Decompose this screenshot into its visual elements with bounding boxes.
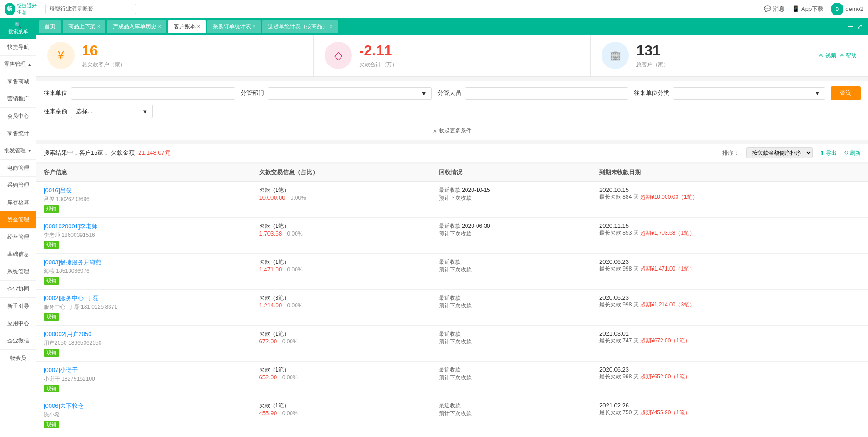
filter-select-balance[interactable]: 选择... ▼ xyxy=(71,105,153,118)
sidebar-item-huiyuan[interactable]: 会员中心 xyxy=(0,108,36,125)
tab-close-kehu[interactable]: × xyxy=(197,24,200,29)
sidebar-item-pifa[interactable]: 批发管理 ▼ xyxy=(0,142,36,160)
tab-maximize-button[interactable]: ⤢ xyxy=(857,22,863,31)
recovery-cell-2: 最近收款 预计下次收款 xyxy=(431,254,592,290)
customer-name-6[interactable]: [0006]去下粮仓 xyxy=(44,402,245,410)
tab-close-chanpin[interactable]: × xyxy=(158,24,161,29)
filter-input-unit[interactable]: ... xyxy=(71,87,235,100)
overdue-link-3[interactable]: 超期¥1,214.00（3笔） xyxy=(640,301,695,308)
refresh-icon: ↻ xyxy=(844,150,848,156)
debt-amount-2[interactable]: 1,471.00 xyxy=(259,266,282,273)
sidebar-item-lingshous[interactable]: 零售商城 xyxy=(0,73,36,90)
refresh-button[interactable]: ↻ 刷新 xyxy=(844,149,861,157)
tab-close-jinhuo[interactable]: × xyxy=(330,24,332,29)
sidebar-search[interactable]: 🔍 搜索菜单 xyxy=(0,18,36,39)
sidebar-item-changhuiyuan[interactable]: 畅会员 xyxy=(0,350,36,367)
message-button[interactable]: 💬 消息 xyxy=(764,5,785,13)
customer-name-3[interactable]: [0002]服务中心_丁磊 xyxy=(44,294,245,302)
customer-name-0[interactable]: [0016]吕俊 xyxy=(44,186,245,195)
company-selector[interactable]: 母婴行业演示账套 xyxy=(45,4,136,14)
due-date-cell-5: 2020.06.23 最长欠款 998 天 超期¥652.00（1笔） xyxy=(592,362,868,397)
sidebar-item-lingshoutj[interactable]: 零售统计 xyxy=(0,125,36,142)
due-date-cell-0: 2020.10.15 最长欠款 884 天 超期¥10,000.00（1笔） xyxy=(592,181,868,218)
stat-label-debt-amount: 欠款合计（万） xyxy=(359,61,397,69)
help-button[interactable]: ⊙ 帮助 xyxy=(840,52,857,60)
app-download-button[interactable]: 📱 App下载 xyxy=(792,5,823,13)
sidebar-item-caigou[interactable]: 采购管理 xyxy=(0,177,36,194)
th-debt-info: 欠款交易信息（占比） xyxy=(252,164,431,181)
recovery-cell-4: 最近收款 预计下次收款 xyxy=(431,326,592,362)
video-button[interactable]: ⊙ 视频 xyxy=(819,52,836,60)
tab-shangpin[interactable]: 商品上下架 × xyxy=(63,20,105,33)
tab-kehu[interactable]: 客户账本 × xyxy=(168,20,206,33)
sidebar-item-qiye[interactable]: 企业协同 xyxy=(0,281,36,298)
sidebar-item-jichu[interactable]: 基础信息 xyxy=(0,246,36,263)
customer-name-1[interactable]: [0001020001]李老师 xyxy=(44,222,245,231)
sidebar-item-xitong[interactable]: 系统管理 xyxy=(0,263,36,281)
search-button[interactable]: 查询 xyxy=(831,86,861,100)
debt-amount-4[interactable]: 672.00 xyxy=(259,338,277,345)
customer-name-5[interactable]: [0007]小迸干 xyxy=(44,366,245,374)
overdue-link-6[interactable]: 超期¥455.90（1笔） xyxy=(640,409,690,416)
sidebar-item-dianshang[interactable]: 电商管理 xyxy=(0,160,36,177)
debt-label-0: 欠款（1笔） xyxy=(259,186,424,194)
overdue-days-4: 最长欠款 747 天 超期¥672.00（1笔） xyxy=(599,337,861,345)
debt-pct-1: 0.00% xyxy=(287,231,303,237)
sidebar-item-kuaijie[interactable]: 快捷导航 xyxy=(0,39,36,56)
overdue-link-5[interactable]: 超期¥652.00（1笔） xyxy=(640,373,690,380)
sidebar-item-yingyong[interactable]: 应用中心 xyxy=(0,315,36,332)
customer-info-cell-2: [0003]畅捷服务尹海燕 海燕 18513066976 现销 xyxy=(36,254,252,290)
debt-amount-5[interactable]: 652.00 xyxy=(259,374,277,381)
tab-jinhuo[interactable]: 进货单统计表（按商品） × xyxy=(262,20,338,33)
filter-label-unit: 往来单位 xyxy=(44,89,67,97)
customer-name-2[interactable]: [0003]畅捷服务尹海燕 xyxy=(44,258,245,266)
sidebar-item-zijin[interactable]: 资金管理 xyxy=(0,211,36,229)
sort-select[interactable]: 按欠款金额倒序排序 xyxy=(746,147,813,158)
debt-info-cell-0: 欠款（1笔） 10,000.00 0.00% xyxy=(252,181,431,218)
results-bar: 搜索结果中，客户16家， 欠款金额 -21,148.07元 排序： 按欠款金额倒… xyxy=(36,144,868,162)
tab-close-caigou[interactable]: × xyxy=(253,24,256,29)
next-label-0: 预计下次收款 xyxy=(439,194,585,202)
results-info: 搜索结果中，客户16家， 欠款金额 -21,148.07元 xyxy=(44,149,171,157)
sidebar-item-xinshou[interactable]: 新手引导 xyxy=(0,298,36,315)
overdue-link-4[interactable]: 超期¥672.00（1笔） xyxy=(640,337,690,344)
tab-caigou[interactable]: 采购订单统计表 × xyxy=(207,20,261,33)
filter-row-1: 往来单位 ... 分管部门 ▼ 分管人员 xyxy=(44,86,861,100)
debt-amount-3[interactable]: 1,214.00 xyxy=(259,302,282,309)
stat-number-total-customers: 131 xyxy=(636,42,669,59)
debt-amount-1[interactable]: 1,703.68 xyxy=(259,230,282,237)
sidebar-item-kucun[interactable]: 库存核算 xyxy=(0,194,36,211)
tab-chanpin[interactable]: 产成品入库单历史 × xyxy=(107,20,166,33)
sidebar-item-yingxiao[interactable]: 营销推广 xyxy=(0,90,36,108)
debt-info-cell-1: 欠款（1笔） 1,703.68 0.00% xyxy=(252,218,431,254)
overdue-link-2[interactable]: 超期¥1,471.00（1笔） xyxy=(640,266,695,272)
stat-number-debt-amount: -2.11 xyxy=(359,42,397,59)
sidebar-item-wechat[interactable]: 企业微信 xyxy=(0,332,36,350)
collapse-filters-button[interactable]: ∧ 收起更多条件 xyxy=(44,123,861,135)
user-avatar-area[interactable]: D demo2 xyxy=(831,3,863,15)
customer-name-4[interactable]: [000002]用户2050 xyxy=(44,330,245,338)
tab-close-shangpin[interactable]: × xyxy=(97,24,100,29)
filter-select-dept[interactable]: ▼ xyxy=(268,87,432,100)
sidebar-item-lingshoup[interactable]: 零售管理 ▲ xyxy=(0,56,36,73)
recovery-cell-6: 最近收款 预计下次收款 xyxy=(431,397,592,433)
customer-info-cell-0: [0016]吕俊 吕俊 13026203696 现销 xyxy=(36,181,252,218)
filter-select-category[interactable]: ▼ xyxy=(673,87,825,100)
stat-info-2: -2.11 欠款合计（万） xyxy=(359,42,397,69)
table-row: [0003]畅捷服务尹海燕 海燕 18513066976 现销 欠款（1笔） 1… xyxy=(36,254,868,290)
search-icon: 🔍 xyxy=(15,22,21,28)
export-button[interactable]: ⬆ 导出 xyxy=(820,149,837,157)
tab-home[interactable]: 首页 xyxy=(39,20,61,33)
tab-minimize-button[interactable]: ─ xyxy=(848,22,853,31)
overdue-link-1[interactable]: 超期¥1,703.68（1笔） xyxy=(640,230,695,236)
latest-label-1: 最近收款 xyxy=(439,223,461,229)
debt-amount-6[interactable]: 455.90 xyxy=(259,410,277,417)
due-date-1: 2020.11.15 xyxy=(599,222,861,229)
sidebar: 🔍 搜索菜单 快捷导航 零售管理 ▲ 零售商城 营销推广 会员中心 零售统计 批… xyxy=(0,18,36,437)
filter-label-balance: 往来余额 xyxy=(44,107,67,116)
sidebar-item-jingying[interactable]: 经营管理 xyxy=(0,229,36,246)
filter-area: 往来单位 ... 分管部门 ▼ 分管人员 xyxy=(36,81,868,140)
filter-input-person[interactable]: ... xyxy=(465,87,629,100)
overdue-link-0[interactable]: 超期¥10,000.00（1笔） xyxy=(640,194,698,200)
debt-amount-0[interactable]: 10,000.00 xyxy=(259,194,286,201)
